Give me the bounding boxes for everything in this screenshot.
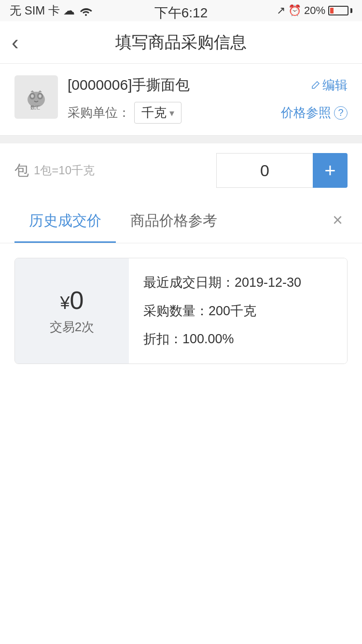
dropdown-arrow-icon: ▾	[169, 107, 174, 119]
price-summary-left: ¥0 交易2次	[15, 258, 129, 364]
latest-date-label: 最近成交日期：	[143, 275, 235, 290]
discount-label: 折扣：	[143, 332, 182, 346]
back-icon: ‹	[12, 30, 19, 55]
wifi-icon	[79, 5, 93, 16]
quantity-row: 包 1包=10千克 0 +	[0, 143, 362, 197]
price-reference-button[interactable]: 价格参照 ?	[281, 104, 348, 121]
page-title: 填写商品采购信息	[115, 31, 247, 54]
price-card: ¥0 交易2次 最近成交日期：2019-12-30 采购数量：200千克 折扣：…	[14, 258, 348, 364]
status-time: 下午6:12	[154, 4, 208, 22]
alarm-icon: ⏰	[288, 4, 301, 17]
back-button[interactable]: ‹	[12, 30, 19, 55]
tabs-nav: 历史成交价 商品价格参考	[14, 197, 232, 243]
trade-count: 交易2次	[50, 319, 94, 336]
tab-history-label: 历史成交价	[29, 212, 101, 228]
svg-point-3	[31, 95, 34, 98]
quantity-label-text: 采购数量：	[143, 304, 209, 318]
plus-icon: +	[324, 160, 335, 182]
help-icon: ?	[334, 106, 348, 120]
status-left: 无 SIM 卡 ☁	[10, 3, 93, 18]
no-sim-text: 无 SIM 卡 ☁	[10, 3, 75, 18]
discount-row: 折扣：100.00%	[143, 329, 333, 349]
edit-icon	[310, 80, 320, 91]
quantity-value-text: 200千克	[209, 304, 256, 318]
location-icon: ↗	[277, 4, 285, 17]
quantity-value: 0	[260, 161, 269, 180]
product-card: 数汇 [0000006]手撕面包 编辑 采购单位： 千克	[0, 64, 362, 136]
quantity-controls: 0 +	[216, 153, 348, 188]
nav-bar: ‹ 填写商品采购信息	[0, 21, 362, 64]
battery-indicator	[328, 6, 352, 15]
quantity-label: 包 1包=10千克	[14, 161, 95, 181]
product-image: 数汇	[22, 83, 51, 112]
price-value: 0	[70, 286, 84, 314]
status-bar: 无 SIM 卡 ☁ 下午6:12 ↗ ⏰ 20%	[0, 0, 362, 21]
unit-bag-icon: 包	[14, 161, 29, 181]
price-amount-display: ¥0	[60, 286, 84, 315]
tabs-panel: 历史成交价 商品价格参考 × ¥0 交易2次 最近成交日期：2019-12-30	[0, 197, 362, 378]
quantity-increment-button[interactable]: +	[313, 153, 348, 188]
product-thumbnail: 数汇	[14, 75, 58, 119]
quantity-input[interactable]: 0	[216, 153, 313, 188]
purchase-unit-label: 采购单位：	[68, 104, 130, 121]
unit-value: 千克	[141, 104, 167, 121]
latest-date-value: 2019-12-30	[235, 275, 301, 290]
close-tabs-button[interactable]: ×	[328, 205, 348, 235]
edit-button[interactable]: 编辑	[310, 77, 348, 94]
latest-date-row: 最近成交日期：2019-12-30	[143, 273, 333, 293]
tabs-header: 历史成交价 商品价格参考 ×	[0, 197, 362, 243]
edit-label: 编辑	[322, 77, 348, 94]
tab-price-ref-label: 商品价格参考	[130, 212, 217, 228]
product-info: [0000006]手撕面包 编辑 采购单位： 千克 ▾	[68, 75, 348, 124]
currency-symbol: ¥	[60, 293, 70, 313]
svg-text:数汇: 数汇	[30, 105, 40, 110]
unit-select-dropdown[interactable]: 千克 ▾	[134, 102, 181, 124]
product-full-name: [0000006]手撕面包	[68, 75, 190, 95]
svg-point-4	[39, 95, 42, 98]
price-ref-label: 价格参照	[281, 104, 331, 121]
tab-product-price-reference[interactable]: 商品价格参考	[116, 197, 232, 243]
unit-conversion-info: 1包=10千克	[34, 163, 95, 178]
bottom-area	[0, 378, 362, 644]
battery-percent: 20%	[304, 4, 325, 17]
status-right: ↗ ⏰ 20%	[277, 4, 352, 17]
close-icon: ×	[333, 210, 343, 230]
history-price-content: ¥0 交易2次 最近成交日期：2019-12-30 采购数量：200千克 折扣：…	[0, 243, 362, 378]
purchase-quantity-row: 采购数量：200千克	[143, 301, 333, 321]
tab-history-price[interactable]: 历史成交价	[14, 197, 116, 243]
price-details-right: 最近成交日期：2019-12-30 采购数量：200千克 折扣：100.00%	[129, 258, 347, 364]
section-divider	[0, 136, 362, 143]
discount-value: 100.00%	[182, 332, 234, 346]
